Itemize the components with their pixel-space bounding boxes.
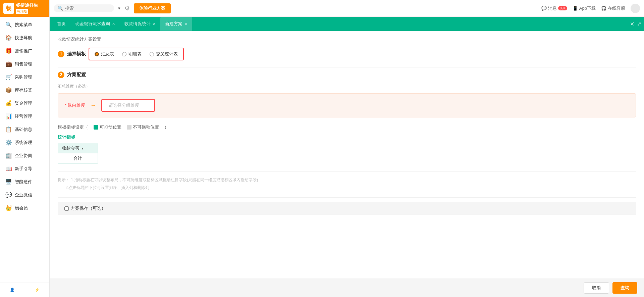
sidebar-item-label: 经营管理 — [15, 113, 32, 119]
sidebar-item-marketing[interactable]: 🎁 营销推广 — [0, 44, 49, 57]
footer-btns: 取消 查询 — [50, 279, 644, 297]
tip-item-1: 提示： 1.拖动标题栏可以调整布局，不可跨维度或指标区域拖动栏目字段(只能在同一… — [58, 177, 636, 183]
sidebar-item-inventory[interactable]: 📦 库存核算 — [0, 84, 49, 97]
metrics-table-header[interactable]: 收款金额 ▾ — [58, 143, 98, 153]
template-label-detail: 明细表 — [128, 51, 142, 57]
support-label: 在线客服 — [608, 5, 625, 11]
confirm-button[interactable]: 查询 — [612, 282, 637, 294]
gear-icon[interactable]: ⚙ — [124, 5, 130, 12]
sidebar-item-finance[interactable]: 💰 资金管理 — [0, 97, 49, 110]
support-item[interactable]: 🎧 在线客服 — [601, 5, 625, 11]
page-title: 收款情况统计方案设置 — [58, 36, 636, 42]
sidebar-item-guide[interactable]: 📖 新手引导 — [0, 162, 49, 175]
page-body: 收款情况统计方案设置 1 选择模板 汇总表 明细表 — [50, 31, 644, 220]
save-checkbox[interactable] — [64, 206, 69, 211]
step1-title: 选择模板 — [67, 51, 86, 57]
metrics-table-label: 统计指标 — [58, 134, 636, 140]
topbar-search-box[interactable]: 🔍 — [54, 4, 114, 12]
download-label: App下载 — [579, 5, 596, 11]
sidebar-footer-btn-left[interactable]: 👤 — [0, 286, 25, 294]
metrics-header-close: ） — [164, 124, 169, 130]
notification-icon: 💬 — [541, 6, 547, 11]
bottom-bar: 方案保存（可选） — [58, 202, 636, 215]
step2-header: 2 方案配置 — [58, 71, 636, 78]
sidebar-item-system[interactable]: ⚙️ 系统管理 — [0, 136, 49, 149]
sidebar-item-sales[interactable]: 💼 销售管理 — [0, 57, 49, 70]
topbar-search-icon: 🔍 — [58, 6, 63, 11]
sidebar-logo: 畅 畅捷通好生 标准版 — [0, 0, 49, 17]
template-option-detail[interactable]: 明细表 — [122, 51, 142, 57]
trial-button[interactable]: 体验行业方案 — [134, 3, 171, 13]
dimension-title: 汇总维度（必选） — [58, 84, 636, 89]
topbar: 🔍 ▾ ⚙ 体验行业方案 💬 消息 99+ 📱 App下载 🎧 在线客服 — [50, 0, 644, 17]
sidebar-item-operations[interactable]: 📊 经营管理 — [0, 110, 49, 123]
template-label-cross: 交叉统计表 — [156, 51, 178, 57]
save-option[interactable]: 方案保存（可选） — [64, 205, 106, 211]
tab-bank[interactable]: 现金银行流水查询 ✕ — [70, 17, 120, 31]
non-draggable-badge: 不可拖动位置 — [127, 124, 159, 130]
notification-item[interactable]: 💬 消息 99+ — [541, 5, 567, 11]
metrics-column-sub: 合计 — [73, 156, 82, 161]
tips-section: 提示： 1.拖动标题栏可以调整布局，不可跨维度或指标区域拖动栏目字段(只能在同一… — [58, 171, 636, 191]
dimension-area: * 纵向维度 → 请选择分组维度 — [58, 93, 636, 117]
tab-bank-label: 现金银行流水查询 — [75, 21, 110, 27]
sidebar-item-wechat[interactable]: 💬 企业微信 — [0, 188, 49, 201]
search-input[interactable] — [65, 6, 105, 11]
sidebar-item-hardware[interactable]: 🖥️ 智能硬件 — [0, 175, 49, 188]
logo-text: 畅捷通好生 — [16, 3, 38, 8]
main-area: 🔍 ▾ ⚙ 体验行业方案 💬 消息 99+ 📱 App下载 🎧 在线客服 — [50, 0, 644, 297]
user-avatar[interactable] — [631, 4, 640, 13]
content-wrapper: 收款情况统计方案设置 1 选择模板 汇总表 明细表 — [50, 31, 644, 279]
sidebar: 畅 畅捷通好生 标准版 🔍 搜索菜单 🏠 快捷导航 🎁 营销推广 💼 销售管理 … — [0, 0, 50, 297]
sidebar-item-label: 系统管理 — [15, 140, 32, 146]
tab-new-plan[interactable]: 新建方案 ✕ — [160, 17, 192, 31]
metrics-table: 收款金额 ▾ 合计 — [58, 143, 98, 164]
sidebar-item-label: 畅会员 — [15, 205, 28, 211]
template-radio-cross[interactable] — [150, 52, 154, 56]
download-item[interactable]: 📱 App下载 — [573, 5, 596, 11]
tab-new-plan-close[interactable]: ✕ — [184, 22, 187, 26]
topbar-dropdown[interactable]: ▾ — [118, 6, 120, 11]
draggable-badge: 可拖动位置 — [94, 124, 121, 130]
tab-collection[interactable]: 收款情况统计 ✕ — [120, 17, 160, 31]
sidebar-footer-btn-right[interactable]: ⚡ — [25, 286, 50, 294]
purchase-icon: 🛒 — [5, 74, 12, 80]
tabs-bar: 首页 现金银行流水查询 ✕ 收款情况统计 ✕ 新建方案 ✕ ✕ ⤢ — [50, 17, 644, 31]
cancel-button[interactable]: 取消 — [584, 282, 609, 294]
tab-bank-close[interactable]: ✕ — [112, 22, 115, 26]
sidebar-item-member[interactable]: 👑 畅会员 — [0, 201, 49, 214]
template-option-cross[interactable]: 交叉统计表 — [150, 51, 178, 57]
dimension-row: * 纵向维度 → 请选择分组维度 — [65, 99, 629, 112]
step2-section: 2 方案配置 汇总维度（必选） * 纵向维度 → 请选择分组维度 — [58, 71, 636, 191]
operations-icon: 📊 — [5, 113, 12, 119]
metrics-table-body: 合计 — [58, 153, 98, 163]
template-option-summary[interactable]: 汇总表 — [95, 51, 114, 57]
sidebar-item-search[interactable]: 🔍 搜索菜单 — [0, 18, 49, 31]
topbar-right: 💬 消息 99+ 📱 App下载 🎧 在线客服 — [541, 4, 640, 13]
sidebar-item-label: 营销推广 — [15, 48, 32, 54]
notification-badge: 99+ — [558, 6, 567, 10]
sidebar-footer: 👤 ⚡ — [0, 283, 49, 297]
metrics-chevron-icon[interactable]: ▾ — [82, 146, 84, 151]
sidebar-item-quicknav[interactable]: 🏠 快捷导航 — [0, 31, 49, 44]
tab-home[interactable]: 首页 — [52, 17, 70, 31]
tab-collection-close[interactable]: ✕ — [153, 22, 156, 26]
tab-new-plan-label: 新建方案 — [165, 21, 182, 27]
sidebar-item-basic[interactable]: 📋 基础信息 — [0, 123, 49, 136]
draggable-indicator — [94, 125, 98, 130]
sidebar-item-enterprise[interactable]: 🏢 企业协同 — [0, 149, 49, 162]
support-icon: 🎧 — [601, 6, 606, 11]
template-radio-detail[interactable] — [122, 52, 126, 56]
template-radio-summary[interactable] — [95, 52, 99, 56]
window-maximize-btn[interactable]: ⤢ — [637, 21, 641, 27]
wechat-icon: 💬 — [5, 192, 12, 198]
sidebar-item-purchase[interactable]: 🛒 采购管理 — [0, 70, 49, 84]
dimension-placeholder[interactable]: 请选择分组维度 — [101, 99, 155, 112]
hardware-icon: 🖥️ — [5, 179, 12, 185]
non-draggable-indicator — [127, 125, 131, 130]
window-close-btn[interactable]: ✕ — [630, 21, 634, 27]
logo-icon: 畅 — [3, 3, 14, 14]
download-icon: 📱 — [573, 6, 578, 11]
tip-text-1: 提示： 1.拖动标题栏可以调整布局，不可跨维度或指标区域拖动栏目字段(只能在同一… — [58, 177, 258, 183]
sidebar-item-label: 企业微信 — [15, 192, 32, 198]
